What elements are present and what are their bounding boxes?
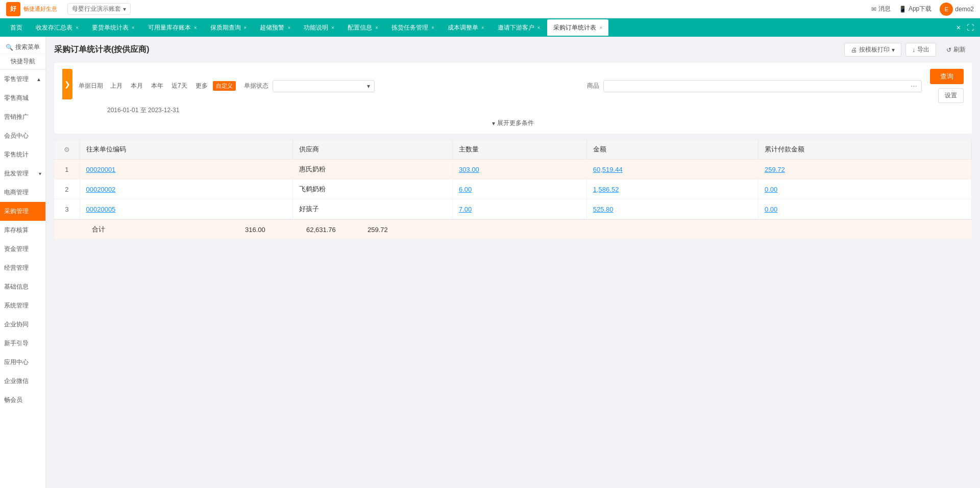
sidebar-item-finance-label: 资金管理 [4,245,29,253]
tab-overstock-warning[interactable]: 超储预警 × [254,19,297,36]
page-title-bar: 采购订单统计表(按供应商) 🖨 按模板打印 ▾ ↓ 导出 ↺ 刷新 [54,43,972,57]
message-icon: ✉ [871,6,876,13]
tab-invite-downstream-close-icon[interactable]: × [537,25,541,31]
tab-purchase-summary-close-icon[interactable]: × [599,25,602,31]
filter-expand-arrow-btn[interactable]: ❯ [62,69,72,99]
tab-invite-downstream[interactable]: 邀请下游客户 × [492,19,547,36]
row2-amount: 1,586.52 [586,179,758,199]
shortcut-more[interactable]: 更多 [192,81,211,91]
tab-batch-task[interactable]: 拣货任务管理 × [385,19,440,36]
row2-main-qty: 6.00 [452,179,586,199]
col-main-qty-header: 主数量 [452,140,586,160]
sidebar-item-purchase[interactable]: 采购管理 [0,202,45,221]
tab-config-info[interactable]: 配置信息 × [341,19,384,36]
nav-tabs-bar: 首页 收发存汇总表 × 要货单统计表 × 可用量库存账本 × 保质期查询 × 超… [0,18,980,37]
print-btn[interactable]: 🖨 按模板打印 ▾ [844,43,901,57]
row1-paid-amount-link[interactable]: 259.72 [765,166,785,173]
sidebar-item-retail-stats[interactable]: 零售统计 [0,145,45,164]
row1-amount-link[interactable]: 60,519.44 [593,166,623,173]
sidebar-item-enterprise[interactable]: 企业协同 [0,315,45,334]
export-btn[interactable]: ↓ 导出 [905,43,936,57]
sidebar-item-enterprise-wechat-label: 企业微信 [4,377,29,386]
tab-purchase-summary[interactable]: 采购订单统计表 × [547,19,608,36]
logo-text: 畅捷通好生意 [23,5,57,13]
sidebar-item-wholesale[interactable]: 批发管理 ▾ [0,164,45,183]
search-menu-btn[interactable]: 🔍 搜索菜单 [0,41,45,54]
date-shortcuts: 上月 本月 本年 近7天 更多 自定义 [107,81,236,91]
tab-batch-task-label: 拣货任务管理 [391,23,428,32]
row1-main-qty-link[interactable]: 303.00 [459,166,479,173]
expand-more-btn[interactable]: ▾ 展开更多条件 [62,119,964,127]
tab-collect-summary-close-icon[interactable]: × [76,25,79,31]
messages-btn[interactable]: ✉ 消息 [871,5,891,13]
sidebar-item-ecommerce[interactable]: 电商管理 [0,183,45,202]
row2-main-qty-link[interactable]: 6.00 [459,186,472,193]
col-setting-header[interactable]: ⚙ [54,140,80,160]
row2-paid-amount-link[interactable]: 0.00 [765,186,777,193]
sidebar-item-marketing[interactable]: 营销推广 [0,108,45,126]
tab-maximize-btn[interactable]: ⛶ [965,22,976,33]
row2-amount-link[interactable]: 1,586.52 [593,186,619,193]
sidebar-item-app-center[interactable]: 应用中心 [0,353,45,372]
shortcut-this-month[interactable]: 本月 [128,81,146,91]
refresh-btn[interactable]: ↺ 刷新 [940,43,972,56]
retail-expand-icon: ▲ [36,76,41,82]
print-label: 按模板打印 [859,45,890,54]
tab-config-info-close-icon[interactable]: × [375,25,378,31]
sidebar-item-enterprise-wechat[interactable]: 企业微信 [0,372,45,391]
sidebar-item-member-club[interactable]: 畅会员 [0,391,45,409]
row3-supplier-code-link[interactable]: 00020005 [86,206,116,213]
goods-search-icon[interactable]: ⋯ [906,82,921,90]
sidebar-item-finance[interactable]: 资金管理 [0,240,45,259]
tab-cost-adjust[interactable]: 成本调整单 × [442,19,491,36]
tab-expiry-query[interactable]: 保质期查询 × [204,19,253,36]
sidebar-item-members[interactable]: 会员中心 [0,126,45,145]
row2-supplier-code-link[interactable]: 00020002 [86,186,116,193]
row1-supplier-code-link[interactable]: 00020001 [86,166,116,173]
sidebar-item-newbie[interactable]: 新手引导 [0,334,45,353]
tab-expiry-query-close-icon[interactable]: × [244,25,247,31]
row3-amount-link[interactable]: 525.80 [593,206,614,213]
col-setting-icon[interactable]: ⚙ [64,146,70,153]
tab-available-stock[interactable]: 可用量库存账本 × [142,19,203,36]
quick-nav-btn[interactable]: 快捷导航 [0,54,45,69]
footer-amount: 62,631.76 [300,226,361,234]
status-select[interactable]: ▾ [273,80,375,92]
workspace-selector[interactable]: 母婴行业演示账套 ▾ [67,3,131,15]
tab-order-summary[interactable]: 要货单统计表 × [86,19,141,36]
date-filter-group: 单据日期 上月 本月 本年 近7天 更多 自定义 [79,81,236,91]
row3-main-qty-link[interactable]: 7.00 [459,206,472,213]
tab-available-stock-close-icon[interactable]: × [194,25,197,31]
tab-overstock-warning-close-icon[interactable]: × [287,25,290,31]
goods-input[interactable] [604,81,906,92]
tab-func-description-close-icon[interactable]: × [331,25,334,31]
sidebar-item-basics[interactable]: 基础信息 [0,277,45,296]
tab-batch-task-close-icon[interactable]: × [431,25,434,31]
search-btn[interactable]: 查询 [930,69,964,84]
user-profile[interactable]: E demo2 [940,3,974,16]
tab-close-btn[interactable]: × [954,22,963,33]
footer-content: 合计 316.00 62,631.76 259.72 [86,225,966,234]
tab-order-summary-close-icon[interactable]: × [132,25,135,31]
sidebar-item-basics-label: 基础信息 [4,282,29,291]
sidebar-item-retail[interactable]: 零售管理 ▲ [0,70,45,89]
settings-btn[interactable]: 设置 [938,88,964,103]
app-download-btn[interactable]: 📱 App下载 [899,5,932,13]
sidebar-search-section: 🔍 搜索菜单 [0,41,45,54]
tab-func-description[interactable]: 功能说明 × [298,19,340,36]
tab-home[interactable]: 首页 [4,19,29,36]
shortcut-last-month[interactable]: 上月 [107,81,126,91]
tab-cost-adjust-close-icon[interactable]: × [481,25,484,31]
sidebar-item-inventory[interactable]: 库存核算 [0,221,45,240]
sidebar-item-retail-store[interactable]: 零售商城 [0,89,45,108]
shortcut-custom[interactable]: 自定义 [213,81,236,91]
shortcut-7days[interactable]: 近7天 [168,81,190,91]
row3-paid-amount-link[interactable]: 0.00 [765,206,777,213]
sidebar-item-system[interactable]: 系统管理 [0,296,45,315]
sidebar-item-operations[interactable]: 经营管理 [0,259,45,277]
row3-supplier-code: 00020005 [80,199,293,219]
table-row: 3 00020005 好孩子 7.00 525.80 0.00 [54,199,972,219]
date-filter-label: 单据日期 [79,82,103,90]
tab-collect-summary[interactable]: 收发存汇总表 × [30,19,85,36]
shortcut-this-year[interactable]: 本年 [148,81,166,91]
